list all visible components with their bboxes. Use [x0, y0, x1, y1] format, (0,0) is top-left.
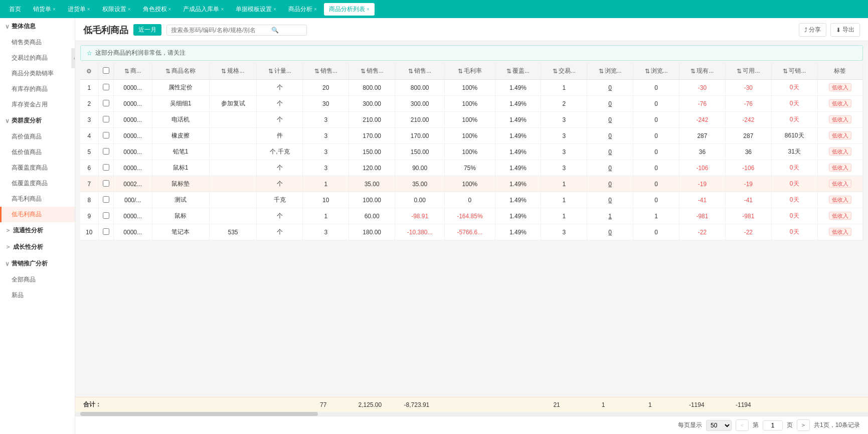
- cell-checkbox[interactable]: [98, 80, 113, 96]
- sidebar-item-high-margin[interactable]: 高毛利商品: [0, 191, 75, 207]
- col-code[interactable]: ⇅商...: [113, 63, 152, 80]
- cell-checkbox[interactable]: [98, 224, 113, 240]
- sidebar-item-sales-goods[interactable]: 销售类商品: [0, 35, 75, 50]
- share-btn[interactable]: ⤴ 分享: [799, 23, 826, 37]
- nav-template[interactable]: 单据模板设置 ×: [231, 3, 281, 16]
- col-sales-qty[interactable]: ⇅销售...: [303, 63, 349, 80]
- col-coverage[interactable]: ⇅覆盖...: [495, 63, 541, 80]
- sidebar-item-low-margin[interactable]: 低毛利商品: [0, 207, 75, 222]
- col-checkbox[interactable]: [98, 63, 113, 80]
- sidebar-item-low-value[interactable]: 低价值商品: [0, 144, 75, 160]
- sidebar-item-high-coverage[interactable]: 高覆盖度商品: [0, 160, 75, 176]
- views1-link[interactable]: 0: [608, 197, 612, 204]
- col-available[interactable]: ⇅可用...: [725, 63, 771, 80]
- col-spec[interactable]: ⇅规格...: [209, 63, 257, 80]
- col-views2[interactable]: ⇅浏览...: [633, 63, 679, 80]
- row-checkbox[interactable]: [103, 196, 109, 203]
- cell-checkbox[interactable]: [98, 160, 113, 176]
- row-checkbox[interactable]: [103, 100, 109, 106]
- nav-template-close[interactable]: ×: [273, 7, 276, 12]
- page-input[interactable]: [763, 420, 783, 430]
- row-checkbox[interactable]: [103, 212, 109, 219]
- row-checkbox[interactable]: [103, 116, 109, 122]
- row-checkbox[interactable]: [103, 148, 109, 155]
- col-gross-margin[interactable]: ⇅毛利率: [445, 63, 495, 80]
- nav-goods-analysis-list[interactable]: 商品分析列表 ×: [324, 3, 375, 16]
- views1-link[interactable]: 0: [608, 116, 612, 123]
- col-sales-amount[interactable]: ⇅销售...: [349, 63, 395, 80]
- horizontal-scrollbar[interactable]: [75, 412, 868, 416]
- select-all-checkbox[interactable]: [103, 67, 109, 74]
- nav-permission[interactable]: 权限设置 ×: [97, 3, 136, 16]
- sidebar-group-circulation[interactable]: ＞ 流通性分析: [0, 222, 75, 239]
- sidebar-group-growth[interactable]: ＞ 成长性分析: [0, 239, 75, 255]
- sidebar-group-overall[interactable]: ∨ 整体信息: [0, 18, 75, 35]
- nav-purchase-close[interactable]: ×: [87, 7, 90, 12]
- col-settings[interactable]: ⚙: [80, 63, 98, 80]
- per-page-select[interactable]: 50 100 200: [706, 420, 732, 431]
- next-page-btn[interactable]: ＞: [797, 419, 810, 431]
- sidebar-group-cluster[interactable]: ∨ 类群度分析: [0, 112, 75, 129]
- nav-sales-close[interactable]: ×: [53, 7, 56, 12]
- sidebar-item-traded-goods[interactable]: 交易过的商品: [0, 50, 75, 66]
- nav-role[interactable]: 角色授权 ×: [138, 3, 177, 16]
- views1-link[interactable]: 0: [608, 84, 612, 91]
- nav-sales-order[interactable]: 销货单 ×: [28, 3, 61, 16]
- cell-checkbox[interactable]: [98, 96, 113, 112]
- cell-no: 4: [80, 128, 98, 144]
- cell-checkbox[interactable]: [98, 128, 113, 144]
- sidebar-group-marketing[interactable]: ∨ 营销推广分析: [0, 255, 75, 272]
- col-name[interactable]: ⇅商品名称: [152, 63, 209, 80]
- settings-icon[interactable]: ⚙: [86, 68, 92, 75]
- nav-goods-analysis[interactable]: 商品分析 ×: [283, 3, 322, 16]
- scrollbar-thumb[interactable]: [80, 412, 318, 416]
- sidebar-item-new-goods[interactable]: 新品: [0, 287, 75, 303]
- views1-link[interactable]: 0: [608, 149, 612, 156]
- col-tag[interactable]: 标签: [817, 63, 862, 80]
- nav-home[interactable]: 首页: [4, 3, 26, 16]
- nav-purchase-order[interactable]: 进货单 ×: [63, 3, 95, 16]
- row-checkbox[interactable]: [103, 84, 109, 90]
- row-checkbox[interactable]: [103, 180, 109, 187]
- export-btn[interactable]: ⬇ 导出: [830, 23, 860, 37]
- col-sales-profit[interactable]: ⇅销售...: [395, 63, 445, 80]
- nav-goods-analysis-close[interactable]: ×: [314, 7, 317, 12]
- sidebar-item-stocked-goods[interactable]: 有库存的商品: [0, 81, 75, 97]
- cell-checkbox[interactable]: [98, 208, 113, 224]
- cell-checkbox[interactable]: [98, 112, 113, 128]
- views1-link[interactable]: 0: [608, 165, 612, 172]
- col-unit[interactable]: ⇅计量...: [257, 63, 303, 80]
- col-current-stock[interactable]: ⇅现有...: [679, 63, 726, 80]
- cell-sales-profit: 210.00: [395, 112, 445, 128]
- views1-link[interactable]: 0: [608, 100, 612, 107]
- cell-checkbox[interactable]: [98, 192, 113, 208]
- nav-product-entry-close[interactable]: ×: [221, 7, 224, 12]
- col-saleable[interactable]: ⇅可销...: [771, 63, 817, 80]
- row-checkbox[interactable]: [103, 164, 109, 171]
- sidebar-item-all-goods[interactable]: 全部商品: [0, 272, 75, 287]
- sidebar-collapse-btn[interactable]: «: [71, 48, 75, 68]
- views1-link[interactable]: 0: [608, 181, 612, 188]
- cell-checkbox[interactable]: [98, 176, 113, 192]
- views1-link[interactable]: 0: [608, 132, 612, 139]
- sidebar-item-inventory-funds[interactable]: 库存资金占用: [0, 97, 75, 112]
- row-checkbox[interactable]: [103, 228, 109, 235]
- col-trade[interactable]: ⇅交易...: [541, 63, 587, 80]
- prev-page-btn[interactable]: ＜: [736, 419, 749, 431]
- row-checkbox[interactable]: [103, 132, 109, 138]
- views1-link[interactable]: 1: [608, 213, 612, 220]
- sidebar-item-category-rate[interactable]: 商品分类助销率: [0, 66, 75, 81]
- sidebar-item-high-value[interactable]: 高价值商品: [0, 129, 75, 144]
- nav-role-close[interactable]: ×: [168, 7, 171, 12]
- cell-tag: 低收入: [817, 128, 862, 144]
- search-input[interactable]: [171, 27, 271, 34]
- nav-product-entry[interactable]: 产成品入库单 ×: [178, 3, 229, 16]
- filter-recent-month-btn[interactable]: 近一月: [133, 24, 161, 36]
- cell-checkbox[interactable]: [98, 144, 113, 160]
- views1-link[interactable]: 0: [608, 229, 612, 236]
- nav-goods-analysis-list-close[interactable]: ×: [367, 7, 370, 12]
- col-views1[interactable]: ⇅浏览...: [587, 63, 633, 80]
- sidebar-item-low-coverage[interactable]: 低覆盖度商品: [0, 176, 75, 191]
- search-icon[interactable]: 🔍: [271, 27, 279, 34]
- nav-permission-close[interactable]: ×: [128, 7, 131, 12]
